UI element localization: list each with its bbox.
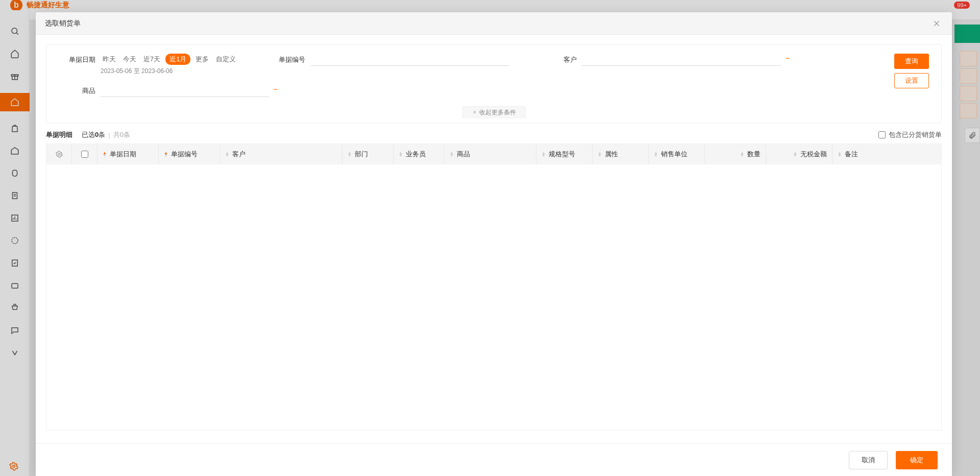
filter-date-field: 单据日期 昨天 今天 近7天 近1月 更多 自定义 2023-05-06 至	[59, 54, 238, 76]
include-dispatched-checkbox[interactable]	[878, 131, 886, 138]
collapse-label: 收起更多条件	[479, 108, 516, 117]
col-spec[interactable]: ▲▼规格型号	[536, 144, 593, 164]
selected-count: 已选0条	[82, 130, 105, 139]
table: ▲▼单据日期 ▲▼单据编号 ▲▼客户 ▲▼部门 ▲▼业务员 ▲▼商品 ▲▼规格型…	[46, 144, 942, 431]
col-dept[interactable]: ▲▼部门	[342, 144, 394, 164]
search-button[interactable]: 查询	[894, 54, 929, 69]
filter-docno-field: 单据编号	[268, 54, 509, 66]
sort-icon: ▲▼	[450, 152, 454, 157]
table-header: ▲▼单据日期 ▲▼单据编号 ▲▼客户 ▲▼部门 ▲▼业务员 ▲▼商品 ▲▼规格型…	[46, 144, 942, 164]
modal-footer: 取消 确定	[36, 443, 952, 476]
col-remark[interactable]: ▲▼备注	[832, 144, 942, 164]
filter-actions: 查询 设置	[894, 54, 929, 88]
select-all-checkbox[interactable]	[81, 151, 88, 158]
modal-body: 单据日期 昨天 今天 近7天 近1月 更多 自定义 2023-05-06 至	[36, 35, 952, 443]
include-dispatched-label: 包含已分货销货单	[889, 130, 942, 139]
customer-more-icon[interactable]: ···	[785, 54, 789, 63]
sort-icon: ▲▼	[598, 152, 602, 157]
sort-icon: ▲▼	[838, 152, 842, 157]
col-unit[interactable]: ▲▼销售单位	[649, 144, 705, 164]
filter-product-field: 商品 ···	[59, 85, 277, 97]
filter-docno-label: 单据编号	[268, 54, 305, 64]
col-date[interactable]: ▲▼单据日期	[97, 144, 159, 164]
filter-customer-field: 客户 ···	[540, 54, 789, 66]
settings-button[interactable]: 设置	[894, 73, 929, 88]
col-attr[interactable]: ▲▼属性	[593, 144, 649, 164]
include-dispatched-wrap[interactable]: 包含已分货销货单	[878, 130, 942, 139]
confirm-button[interactable]: 确定	[896, 451, 938, 469]
date-from: 2023-05-06	[101, 67, 132, 75]
date-chip-last1m[interactable]: 近1月	[165, 54, 190, 65]
col-product[interactable]: ▲▼商品	[445, 144, 536, 164]
product-input[interactable]	[101, 85, 269, 97]
total-count: 共0条	[113, 130, 130, 139]
col-qty[interactable]: ▲▼数量	[705, 144, 766, 164]
modal-header: 选取销货单	[36, 12, 952, 35]
detail-header: 单据明细 已选0条 | 共0条 包含已分货销货单	[36, 123, 952, 144]
sort-icon: ▲▼	[654, 152, 658, 157]
collapse-filters-button[interactable]: 收起更多条件	[462, 106, 526, 118]
docno-input[interactable]	[310, 54, 509, 66]
chevron-up-icon	[472, 110, 477, 115]
date-range-display: 2023-05-06 至 2023-06-06	[101, 67, 238, 76]
col-customer[interactable]: ▲▼客户	[220, 144, 342, 164]
sort-icon: ▲▼	[164, 152, 168, 157]
date-chip-custom[interactable]: 自定义	[214, 54, 238, 65]
sort-icon: ▲▼	[103, 152, 107, 157]
sort-icon: ▲▼	[542, 152, 546, 157]
sep: |	[108, 131, 110, 139]
col-salesperson[interactable]: ▲▼业务员	[394, 144, 445, 164]
detail-title: 单据明细	[46, 130, 72, 139]
date-chip-more[interactable]: 更多	[193, 54, 211, 65]
sort-icon: ▲▼	[348, 152, 352, 157]
horizontal-scrollbar[interactable]	[46, 431, 942, 439]
svg-point-18	[58, 153, 60, 155]
date-chip-last7[interactable]: 近7天	[141, 54, 162, 65]
date-to: 2023-06-06	[141, 67, 173, 75]
close-icon[interactable]	[930, 17, 943, 30]
col-docno[interactable]: ▲▼单据编号	[159, 144, 220, 164]
filter-customer-label: 客户	[540, 54, 577, 64]
column-settings-icon[interactable]	[46, 144, 72, 164]
modal-title: 选取销货单	[45, 19, 81, 28]
customer-input[interactable]	[582, 54, 781, 66]
filter-date-label: 单据日期	[59, 54, 95, 64]
sort-icon: ▲▼	[793, 152, 797, 157]
select-sales-order-modal: 选取销货单 单据日期 昨天 今天 近7天 近1月 更多	[36, 12, 952, 476]
date-chip-today[interactable]: 今天	[121, 54, 138, 65]
sort-icon: ▲▼	[225, 152, 229, 157]
filter-product-label: 商品	[59, 85, 95, 96]
sort-icon: ▲▼	[740, 152, 744, 157]
filter-panel: 单据日期 昨天 今天 近7天 近1月 更多 自定义 2023-05-06 至	[46, 44, 942, 123]
cancel-button[interactable]: 取消	[849, 451, 888, 469]
date-sep: 至	[134, 67, 140, 75]
select-all-checkbox-cell[interactable]	[72, 144, 97, 164]
table-body-empty	[46, 164, 941, 430]
date-chip-yesterday[interactable]: 昨天	[101, 54, 118, 65]
col-amount[interactable]: ▲▼无税金额	[766, 144, 832, 164]
sort-icon: ▲▼	[399, 152, 403, 157]
product-more-icon[interactable]: ···	[273, 85, 277, 94]
